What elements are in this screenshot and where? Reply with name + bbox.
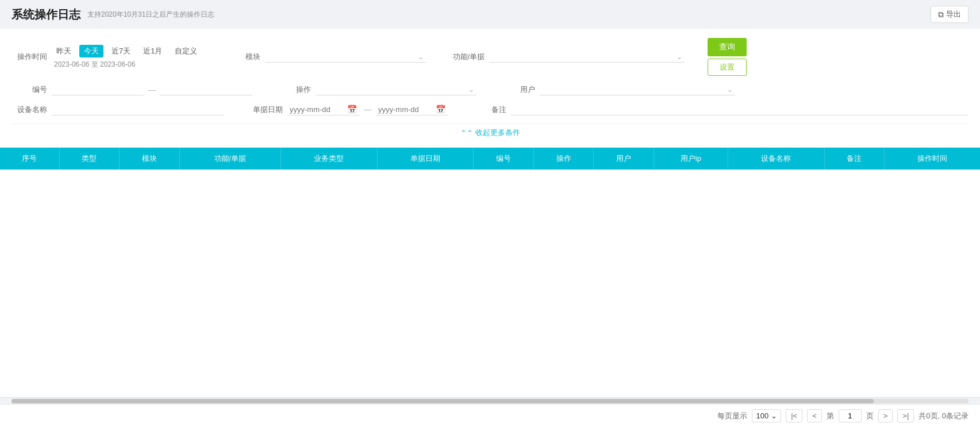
code-dash: — <box>144 86 160 94</box>
data-table: 序号类型模块功能/单据业务类型单据日期编号操作用户用户ip设备名称备注操作时间 <box>0 148 980 170</box>
page-title: 系统操作日志 <box>11 7 80 22</box>
filter-area: 操作时间 昨天 今天 近7天 近1月 自定义 2023-06-06 至 2023… <box>0 29 980 148</box>
time-btn-yesterday[interactable]: 昨天 <box>52 45 76 57</box>
table-header-cell: 编号 <box>474 148 533 170</box>
page-label: 第 <box>827 411 834 421</box>
settings-button[interactable]: 设置 <box>708 59 747 76</box>
user-filter-col: 用户 ⌄ <box>499 84 735 95</box>
pagination-bar: 每页显示 100 ⌄ |< < 第 页 > >| 共0页, 0条记录 <box>0 404 980 427</box>
date-label: 单据日期 <box>247 105 287 115</box>
date-dash: — <box>359 105 376 114</box>
calendar-to-icon[interactable]: 📅 <box>436 105 445 114</box>
remark-input[interactable] <box>511 104 969 116</box>
export-icon: ⧉ <box>938 10 944 20</box>
time-filter-col: 操作时间 昨天 今天 近7天 近1月 自定义 2023-06-06 至 2023… <box>11 45 202 70</box>
collapse-icon: ⌃⌃ <box>460 129 473 137</box>
operation-select[interactable]: ⌄ <box>316 84 476 95</box>
function-chevron-icon: ⌄ <box>677 53 682 61</box>
time-buttons: 昨天 今天 近7天 近1月 自定义 <box>52 45 202 57</box>
code-from-input[interactable] <box>52 84 144 95</box>
device-input[interactable] <box>52 104 224 116</box>
table-header-cell: 操作 <box>533 148 593 170</box>
table-section: 序号类型模块功能/单据业务类型单据日期编号操作用户用户ip设备名称备注操作时间 <box>0 148 980 397</box>
time-btn-today[interactable]: 今天 <box>79 45 103 57</box>
remark-filter-col: 备注 <box>471 104 969 116</box>
next-page-button[interactable]: > <box>878 409 893 422</box>
device-filter-col: 设备名称 <box>11 104 224 116</box>
function-select[interactable]: ⌄ <box>489 51 685 63</box>
total-info: 共0页, 0条记录 <box>918 411 969 421</box>
user-label: 用户 <box>499 84 540 95</box>
page-unit: 页 <box>866 411 874 421</box>
operation-filter-col: 操作 ⌄ <box>275 84 476 95</box>
export-label: 导出 <box>946 9 961 20</box>
table-header-row: 序号类型模块功能/单据业务类型单据日期编号操作用户用户ip设备名称备注操作时间 <box>0 148 980 170</box>
collapse-label: 收起更多条件 <box>475 128 520 138</box>
table-header-cell: 模块 <box>120 148 179 170</box>
filter-row-3: 设备名称 单据日期 📅 — 📅 备注 <box>11 103 969 116</box>
module-input[interactable] <box>267 52 418 61</box>
page-header: 系统操作日志 支持2020年10月31日之后产生的操作日志 ⧉ 导出 <box>0 0 980 29</box>
per-page-select[interactable]: 100 ⌄ <box>752 409 781 422</box>
first-page-button[interactable]: |< <box>786 409 802 422</box>
table-header-cell: 用户 <box>594 148 654 170</box>
module-chevron-icon: ⌄ <box>418 53 424 61</box>
action-buttons: 查询 设置 <box>708 38 747 76</box>
per-page-label: 每页显示 <box>717 411 747 421</box>
table-header-cell: 备注 <box>824 148 884 170</box>
time-btn-custom[interactable]: 自定义 <box>170 45 202 57</box>
user-select[interactable]: ⌄ <box>540 84 735 95</box>
last-page-button[interactable]: >| <box>897 409 914 422</box>
user-input[interactable] <box>542 85 727 94</box>
collapse-bar[interactable]: ⌃⌃ 收起更多条件 <box>11 124 969 141</box>
scroll-bar-area[interactable] <box>0 397 980 404</box>
function-label: 功能/单据 <box>449 52 489 62</box>
prev-page-button[interactable]: < <box>807 409 822 422</box>
scroll-track <box>11 399 969 403</box>
date-to-wrap[interactable]: 📅 <box>376 103 448 116</box>
function-filter-col: 功能/单据 ⌄ <box>449 51 685 63</box>
action-btn-group: 查询 设置 <box>708 38 747 76</box>
table-header-cell: 序号 <box>0 148 59 170</box>
table-header-cell: 功能/单据 <box>179 148 280 170</box>
page-subtitle: 支持2020年10月31日之后产生的操作日志 <box>87 10 214 20</box>
table-header-cell: 业务类型 <box>281 148 378 170</box>
date-to-input[interactable] <box>378 105 436 114</box>
device-label: 设备名称 <box>11 105 52 115</box>
filter-row-2: 编号 — 操作 ⌄ 用户 ⌄ <box>11 84 969 95</box>
time-btn-7days[interactable]: 近7天 <box>107 45 135 57</box>
time-label: 操作时间 <box>11 52 52 62</box>
per-page-chevron-icon: ⌄ <box>771 411 777 420</box>
remark-label: 备注 <box>471 105 511 115</box>
operation-chevron-icon: ⌄ <box>468 86 474 94</box>
code-label: 编号 <box>11 84 52 95</box>
table-header-cell: 类型 <box>59 148 119 170</box>
operation-input[interactable] <box>318 85 468 94</box>
per-page-value: 100 <box>756 411 768 420</box>
page-input[interactable] <box>839 409 862 422</box>
user-chevron-icon: ⌄ <box>727 86 733 94</box>
table-header-cell: 单据日期 <box>377 148 474 170</box>
query-button[interactable]: 查询 <box>708 38 747 56</box>
module-label: 模块 <box>225 52 265 62</box>
code-filter-col: 编号 — <box>11 84 252 95</box>
time-filter-group: 昨天 今天 近7天 近1月 自定义 2023-06-06 至 2023-06-0… <box>52 45 202 70</box>
function-input[interactable] <box>491 52 677 61</box>
date-from-input[interactable] <box>290 105 347 114</box>
table-header-cell: 操作时间 <box>884 148 980 170</box>
operation-label: 操作 <box>275 84 316 95</box>
table-header-cell: 设备名称 <box>728 148 824 170</box>
date-filter-col: 单据日期 📅 — 📅 <box>247 103 448 116</box>
module-select[interactable]: ⌄ <box>265 51 426 63</box>
time-range-text: 2023-06-06 至 2023-06-06 <box>54 60 202 70</box>
scroll-thumb[interactable] <box>11 399 874 403</box>
export-button[interactable]: ⧉ 导出 <box>931 6 969 23</box>
table-head: 序号类型模块功能/单据业务类型单据日期编号操作用户用户ip设备名称备注操作时间 <box>0 148 980 170</box>
filter-row-1: 操作时间 昨天 今天 近7天 近1月 自定义 2023-06-06 至 2023… <box>11 38 969 76</box>
date-from-wrap[interactable]: 📅 <box>287 103 359 116</box>
calendar-from-icon[interactable]: 📅 <box>347 105 357 114</box>
table-header-cell: 用户ip <box>654 148 728 170</box>
time-btn-1month[interactable]: 近1月 <box>139 45 167 57</box>
module-filter-col: 模块 ⌄ <box>225 51 426 63</box>
code-to-input[interactable] <box>160 84 252 95</box>
